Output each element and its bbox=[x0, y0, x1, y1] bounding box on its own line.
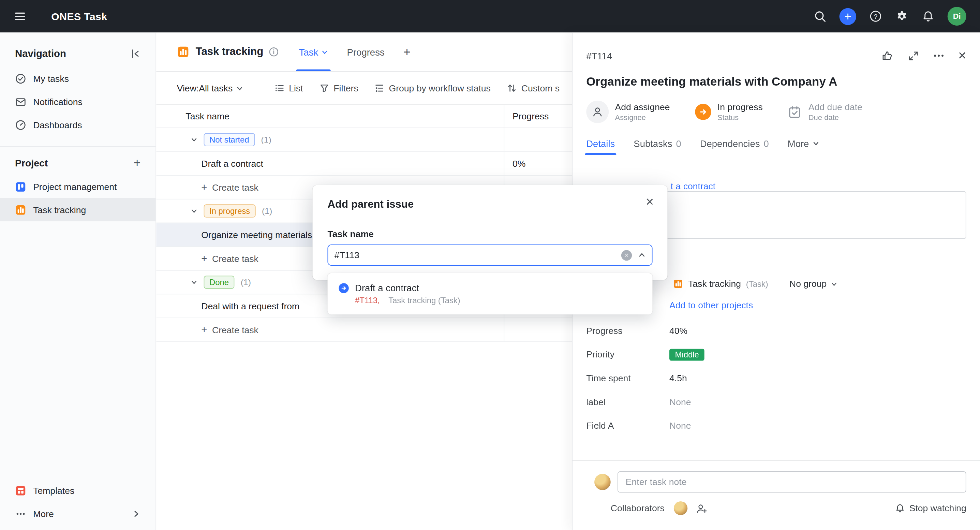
chevron-down-icon[interactable] bbox=[191, 137, 197, 143]
close-panel-icon[interactable]: × bbox=[958, 49, 966, 62]
field-list: Progress 40% Priority Middle Time spent … bbox=[586, 319, 966, 438]
sidebar-item-label: Dashboards bbox=[33, 120, 82, 130]
expand-icon[interactable] bbox=[907, 49, 920, 62]
tab-task[interactable]: Task bbox=[296, 32, 331, 71]
help-icon[interactable]: ? bbox=[869, 9, 883, 23]
stop-watching-button[interactable]: Stop watching bbox=[895, 503, 966, 513]
clear-input-icon[interactable]: × bbox=[621, 250, 632, 260]
group-icon bbox=[374, 83, 384, 93]
task-name-combobox[interactable]: × bbox=[327, 245, 652, 266]
parent-issue-link[interactable]: t a contract bbox=[671, 181, 715, 191]
templates-icon bbox=[15, 485, 26, 496]
project-name[interactable]: Task tracking bbox=[688, 279, 741, 288]
group-row-not-started[interactable]: Not started (1) bbox=[156, 128, 572, 152]
tab-subtasks[interactable]: Subtasks 0 bbox=[633, 138, 681, 155]
group-selector[interactable]: No group bbox=[789, 275, 837, 292]
kanban-project-icon bbox=[15, 181, 26, 193]
assignee-field[interactable]: Add assignee Assignee bbox=[586, 100, 670, 123]
bar-chart-project-icon bbox=[673, 279, 683, 288]
plus-icon: + bbox=[201, 253, 207, 263]
add-parent-issue-modal: Add parent issue × Task name × Draft a c… bbox=[312, 185, 667, 280]
user-avatar[interactable]: Di bbox=[948, 7, 966, 25]
tab-progress[interactable]: Progress bbox=[344, 32, 387, 71]
sidebar-item-notifications[interactable]: Notifications bbox=[0, 90, 156, 113]
sidebar-item-my-tasks[interactable]: My tasks bbox=[0, 67, 156, 90]
ellipsis-icon bbox=[15, 508, 26, 519]
chevron-down-icon bbox=[236, 84, 243, 91]
sidebar-item-label: Task tracking bbox=[33, 205, 86, 215]
add-collaborator-icon[interactable] bbox=[695, 502, 708, 514]
task-progress: 0% bbox=[512, 159, 525, 169]
project-section-title: Project bbox=[15, 157, 48, 169]
sidebar-item-label: More bbox=[33, 509, 54, 519]
column-task-name: Task name bbox=[156, 105, 504, 127]
task-name[interactable]: Deal with a request from bbox=[201, 301, 299, 311]
task-row[interactable]: Draft a contract 0% bbox=[156, 152, 572, 176]
assignee-caption: Assignee bbox=[615, 113, 670, 122]
chevron-down-icon[interactable] bbox=[191, 208, 197, 215]
status-caption: Status bbox=[718, 113, 763, 122]
toolbar: View:All tasks List Filters bbox=[156, 72, 572, 104]
task-title: Organize meeting materials with Company … bbox=[573, 62, 980, 89]
list-view-button[interactable]: List bbox=[275, 83, 303, 93]
hamburger-menu-icon[interactable] bbox=[14, 10, 26, 22]
add-to-other-projects-link[interactable]: Add to other projects bbox=[669, 300, 753, 310]
view-selector[interactable]: View:All tasks bbox=[177, 83, 243, 93]
chevron-right-icon bbox=[132, 509, 141, 518]
field-label[interactable]: label None bbox=[586, 390, 966, 414]
filters-button[interactable]: Filters bbox=[319, 83, 358, 93]
collaborators-label: Collaborators bbox=[611, 503, 665, 513]
chevron-down-icon[interactable] bbox=[191, 279, 197, 285]
option-task-meta: Task tracking (Task) bbox=[388, 296, 460, 305]
close-modal-icon[interactable]: × bbox=[646, 195, 654, 209]
task-note-input[interactable] bbox=[617, 471, 966, 492]
subtasks-count: 0 bbox=[676, 138, 681, 149]
in-progress-status-icon bbox=[695, 104, 711, 120]
tab-more[interactable]: More bbox=[788, 138, 820, 155]
task-id: #T114 bbox=[586, 51, 612, 61]
field-time-spent[interactable]: Time spent 4.5h bbox=[586, 366, 966, 390]
field-field-a[interactable]: Field A None bbox=[586, 414, 966, 438]
due-date-value: Add due date bbox=[808, 102, 862, 112]
sidebar-item-templates[interactable]: Templates bbox=[0, 479, 156, 502]
page-title: Task tracking bbox=[196, 46, 264, 58]
sidebar-item-project-management[interactable]: Project management bbox=[0, 175, 156, 198]
group-by-button[interactable]: Group by workflow status bbox=[374, 83, 491, 93]
task-name[interactable]: Draft a contract bbox=[201, 159, 263, 169]
custom-sort-button[interactable]: Custom s bbox=[507, 83, 560, 93]
sidebar-item-label: Notifications bbox=[33, 97, 83, 107]
status-field[interactable]: In progress Status bbox=[695, 102, 763, 122]
sidebar-item-dashboards[interactable]: Dashboards bbox=[0, 113, 156, 137]
option-task-name: Draft a contract bbox=[355, 282, 419, 293]
status-badge: In progress bbox=[204, 204, 256, 217]
task-name-input[interactable] bbox=[334, 250, 621, 260]
task-suggestions-dropdown: Draft a contract #T113, Task tracking (T… bbox=[327, 273, 652, 314]
notification-bell-icon[interactable] bbox=[921, 9, 935, 23]
sidebar-item-label: My tasks bbox=[33, 73, 69, 83]
collaborator-avatar[interactable] bbox=[674, 501, 687, 515]
due-date-field[interactable]: Add due date Due date bbox=[788, 102, 862, 122]
add-view-tab-button[interactable]: + bbox=[401, 32, 413, 71]
add-project-icon[interactable]: + bbox=[134, 157, 140, 169]
sidebar-item-more[interactable]: More bbox=[0, 502, 156, 525]
task-meta: Add assignee Assignee In progress Status bbox=[573, 89, 980, 123]
search-icon[interactable] bbox=[813, 9, 827, 23]
create-task-row[interactable]: + Create task bbox=[156, 318, 572, 342]
tab-dependencies[interactable]: Dependencies 0 bbox=[700, 138, 769, 155]
field-progress[interactable]: Progress 40% bbox=[586, 319, 966, 343]
create-button[interactable]: + bbox=[840, 8, 856, 25]
info-icon[interactable] bbox=[269, 47, 279, 57]
task-option[interactable]: Draft a contract #T113, Task tracking (T… bbox=[327, 278, 652, 310]
app-title: ONES Task bbox=[51, 10, 107, 22]
collapse-sidebar-icon[interactable] bbox=[129, 48, 140, 59]
sidebar-item-label: Project management bbox=[33, 181, 117, 191]
settings-gear-icon[interactable] bbox=[895, 9, 909, 23]
thumbs-up-icon[interactable] bbox=[881, 49, 894, 62]
more-options-icon[interactable] bbox=[932, 49, 945, 62]
due-date-caption: Due date bbox=[808, 113, 862, 122]
field-priority[interactable]: Priority Middle bbox=[586, 342, 966, 366]
sidebar-item-task-tracking[interactable]: Task tracking bbox=[0, 198, 156, 221]
tab-details[interactable]: Details bbox=[586, 138, 615, 155]
chevron-up-icon[interactable] bbox=[638, 251, 646, 259]
app-root: ONES Task + ? Di Navigation bbox=[0, 0, 980, 530]
